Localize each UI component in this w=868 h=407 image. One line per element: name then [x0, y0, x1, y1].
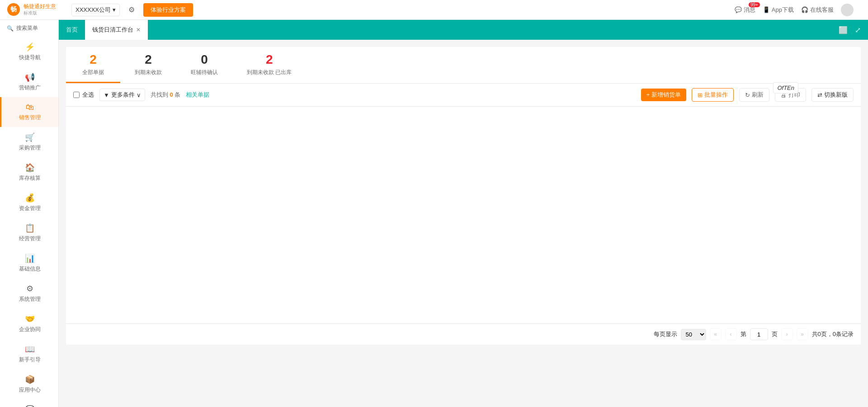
- service-icon: 🎧: [801, 6, 808, 13]
- sidebar-item-purchase[interactable]: 🛒 采购管理: [0, 127, 58, 157]
- often-badge: OfTEn: [773, 82, 798, 94]
- sidebar-item-operation[interactable]: 📋 经营管理: [0, 218, 58, 248]
- company-name: XXXXXX公司: [75, 6, 111, 14]
- app-center-icon: 📦: [25, 374, 35, 384]
- refresh-button[interactable]: ↻ 刷新: [739, 88, 769, 102]
- result-unit: 条: [175, 91, 180, 98]
- company-selector[interactable]: XXXXXX公司 ▾: [71, 4, 120, 16]
- toolbar: 全选 ▼ 更多条件 ∨ 共找到 0 条 相关单据 + 新增销货单 ⊞ 批量操作: [66, 84, 861, 107]
- switch-label: 切换新版: [824, 91, 848, 99]
- batch-operation-button[interactable]: ⊞ 批量操作: [692, 88, 734, 102]
- inventory-icon: 🏠: [25, 163, 35, 173]
- tab-maximize-button[interactable]: ⤢: [853, 24, 863, 36]
- tab-home[interactable]: 首页: [59, 20, 85, 40]
- app-download-button[interactable]: 📱 App下载: [763, 6, 794, 14]
- app-icon: 📱: [763, 6, 770, 13]
- purchase-icon: 🛒: [25, 132, 35, 142]
- online-service-label: 在线客服: [810, 6, 834, 14]
- page-label-pre: 第: [741, 330, 746, 338]
- page-label-post: 页: [772, 330, 778, 338]
- result-text: 共找到 0 条: [151, 91, 180, 99]
- sidebar-item-marketing[interactable]: 📢 营销推广: [0, 67, 58, 97]
- sidebar-item-label: 企业协同: [19, 326, 41, 333]
- messages-badge: 99+: [749, 2, 760, 7]
- quick-nav-icon: ⚡: [25, 42, 35, 52]
- sidebar-item-inventory[interactable]: 🏠 库存核算: [0, 157, 58, 187]
- table-area: [66, 107, 861, 323]
- last-page-button[interactable]: »: [797, 328, 808, 340]
- app-download-label: App下载: [772, 6, 794, 14]
- top-bar-right: 💬 消息 99+ 📱 App下载 🎧 在线客服: [735, 4, 861, 16]
- enterprise-icon: 🤝: [25, 314, 35, 324]
- tab-home-label: 首页: [66, 26, 78, 34]
- sidebar-item-app-center[interactable]: 📦 应用中心: [0, 369, 58, 399]
- sidebar-item-wechat[interactable]: 💬 企业微信: [0, 399, 58, 407]
- filter-button[interactable]: ▼ 更多条件 ∨: [99, 89, 145, 101]
- per-page-label: 每页显示: [654, 330, 677, 338]
- batch-label: 批量操作: [704, 91, 728, 99]
- stat-num-overdue-unpaid: 2: [145, 52, 152, 67]
- stat-tab-overdue-unpaid[interactable]: 2 到期未收款: [120, 47, 176, 83]
- sidebar-item-label: 基础信息: [19, 265, 41, 273]
- filter-label: 更多条件: [111, 91, 135, 99]
- sidebar-item-label: 快捷导航: [19, 54, 41, 61]
- stat-label-overdue-unpaid: 到期未收款: [135, 69, 162, 76]
- chevron-down-icon: ∨: [137, 92, 141, 98]
- tab-nav: 首页 钱货日清工作台 ✕ ⬜ ⤢: [59, 20, 868, 40]
- next-page-button[interactable]: ›: [781, 328, 793, 340]
- switch-version-button[interactable]: ⇄ 切换新版: [811, 88, 854, 102]
- sidebar-item-label: 采购管理: [19, 144, 41, 152]
- brand-text-wrapper: 畅捷通好生意 标准版: [24, 3, 56, 16]
- online-service-button[interactable]: 🎧 在线客服: [801, 6, 834, 14]
- search-label: 搜索菜单: [16, 24, 38, 32]
- stats-tabs: 2 全部单据 2 到期未收款 0 旺辅待确认 2 到期未收款 已出库: [66, 47, 861, 84]
- prev-page-button[interactable]: ‹: [725, 328, 737, 340]
- add-sale-button[interactable]: + 新增销货单: [641, 89, 686, 101]
- brand-icon: 畅: [7, 3, 20, 16]
- brand-sub: 标准版: [24, 10, 56, 16]
- total-info: 共0页，0条记录: [812, 330, 854, 338]
- stat-tab-overdue-shipped[interactable]: 2 到期未收款 已出库: [232, 47, 306, 83]
- tab-minimize-button[interactable]: ⬜: [837, 24, 849, 36]
- basic-info-icon: 📊: [25, 253, 35, 263]
- sidebar-item-enterprise[interactable]: 🤝 企业协同: [0, 309, 58, 339]
- sidebar-item-finance[interactable]: 💰 资金管理: [0, 187, 58, 218]
- stat-tab-all[interactable]: 2 全部单据: [66, 47, 120, 83]
- sidebar-item-label: 经营管理: [19, 235, 41, 243]
- settings-button[interactable]: ⚙: [125, 4, 138, 16]
- sidebar-item-system[interactable]: ⚙ 系统管理: [0, 278, 58, 309]
- messages-button[interactable]: 💬 消息 99+: [735, 6, 755, 14]
- message-icon: 💬: [735, 6, 742, 13]
- stat-num-overdue-shipped: 2: [266, 52, 273, 67]
- result-count: 0: [170, 91, 173, 98]
- content-card: 2 全部单据 2 到期未收款 0 旺辅待确认 2 到期未收款 已出库 全选: [66, 47, 861, 345]
- stat-label-all: 全部单据: [82, 69, 104, 76]
- select-all-checkbox[interactable]: 全选: [73, 91, 94, 99]
- stat-tab-wangpu[interactable]: 0 旺辅待确认: [176, 47, 232, 83]
- tab-nav-actions: ⬜ ⤢: [837, 24, 868, 36]
- top-bar: 畅 畅捷通好生意 标准版 XXXXXX公司 ▾ ⚙ 体验行业方案 💬 消息 99…: [0, 0, 868, 20]
- sidebar-item-basic-info[interactable]: 📊 基础信息: [0, 248, 58, 278]
- sidebar-item-label: 库存核算: [19, 174, 41, 182]
- tab-work[interactable]: 钱货日清工作台 ✕: [85, 20, 148, 40]
- per-page-select[interactable]: 50 20 100: [681, 329, 706, 340]
- select-all-input[interactable]: [73, 92, 80, 98]
- batch-icon: ⊞: [698, 92, 703, 98]
- avatar[interactable]: [841, 4, 854, 16]
- refresh-icon: ↻: [745, 92, 750, 98]
- search-icon: 🔍: [7, 25, 14, 32]
- operation-icon: 📋: [25, 223, 35, 233]
- wechat-icon: 💬: [25, 405, 35, 407]
- trial-button[interactable]: 体验行业方案: [143, 3, 193, 17]
- result-link[interactable]: 相关单据: [186, 91, 209, 99]
- first-page-button[interactable]: «: [710, 328, 722, 340]
- tab-close-icon[interactable]: ✕: [136, 27, 141, 33]
- sidebar-search[interactable]: 🔍 搜索菜单: [0, 20, 58, 37]
- sidebar-item-guide[interactable]: 📖 新手引导: [0, 339, 58, 369]
- system-icon: ⚙: [26, 284, 33, 294]
- sidebar-item-quick-nav[interactable]: ⚡ 快捷导航: [0, 37, 58, 67]
- refresh-label: 刷新: [752, 91, 764, 99]
- sidebar-item-sales[interactable]: 🛍 销售管理: [0, 97, 58, 127]
- sidebar-item-label: 销售管理: [19, 114, 41, 122]
- current-page-input[interactable]: [750, 328, 768, 340]
